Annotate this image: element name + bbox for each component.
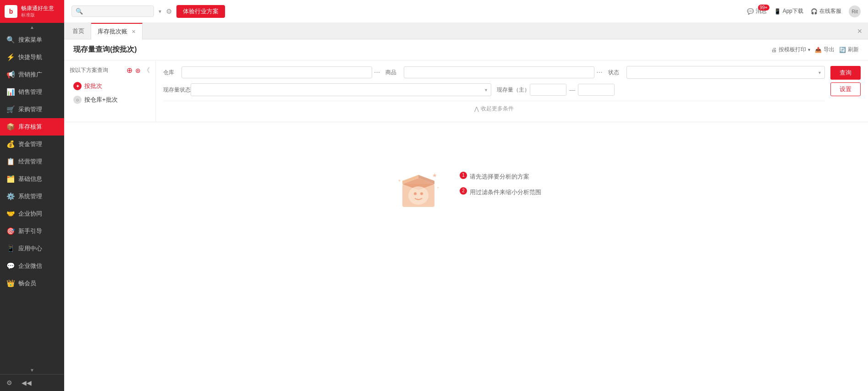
sidebar-item-finance[interactable]: 💰 资金管理 <box>0 136 64 153</box>
app-title-area: 畅康通好生意 标准版 <box>21 5 54 19</box>
step1-text: 请先选择要分析的方案 <box>470 171 529 183</box>
close-tab-area-btn[interactable]: ✕ <box>853 26 866 37</box>
gear-icon: ⚙️ <box>6 192 15 201</box>
collapse-more-label: 收起更多条件 <box>481 105 514 113</box>
app-download-btn[interactable]: 📱 App下载 <box>774 7 803 15</box>
warehouse-dots-btn[interactable]: ··· <box>374 68 380 76</box>
sidebar-footer: ⚙ ◀◀ <box>0 374 64 391</box>
search-chevron-icon[interactable]: ▾ <box>159 8 161 15</box>
stock-qty-min-input[interactable] <box>530 84 566 96</box>
filter-area: 按以下方案查询 ⊕ ⊛ 《 ✦ 按批次 <box>64 60 868 122</box>
tab-batch[interactable]: 库存批次账 ✕ <box>91 23 143 39</box>
phone-download-icon: 📱 <box>774 8 781 15</box>
sidebar-item-quick[interactable]: ⚡ 快捷导航 <box>0 49 64 66</box>
sidebar-item-search[interactable]: 🔍 搜索菜单 <box>0 31 64 49</box>
warehouse-input[interactable] <box>181 66 372 78</box>
empty-svg-illustration: ★ ★ ✦ <box>391 159 446 214</box>
sidebar-item-system[interactable]: ⚙️ 系统管理 <box>0 188 64 205</box>
sidebar-item-basic[interactable]: 🗂️ 基础信息 <box>0 170 64 188</box>
product-input[interactable] <box>404 66 594 78</box>
sidebar-item-label: 搜索菜单 <box>18 36 42 44</box>
topbar-gear-icon[interactable]: ⚙ <box>166 7 172 16</box>
print-chevron-icon: ▾ <box>808 47 810 52</box>
status-select[interactable]: ▾ <box>626 66 825 79</box>
sidebar-item-enterprise[interactable]: 🤝 企业协同 <box>0 205 64 223</box>
topbar-search-input[interactable] <box>85 8 140 15</box>
export-label: 导出 <box>824 46 835 54</box>
export-btn[interactable]: 📤 导出 <box>815 46 835 54</box>
product-field: 商品 ··· <box>385 66 602 78</box>
settings-footer-btn[interactable]: ⚙ <box>6 379 12 386</box>
online-service-btn[interactable]: 🎧 在线客服 <box>811 7 841 15</box>
message-icon: 💬 <box>747 8 754 15</box>
sidebar-item-purchase[interactable]: 🛒 采购管理 <box>0 101 64 118</box>
messages-badge: 99+ <box>758 5 769 11</box>
plan-icon-gray: ○ <box>73 96 82 104</box>
empty-state: ★ ★ ✦ 1 请先选择要分析的方案 2 用过滤条件来缩小分析范围 <box>64 122 868 250</box>
page-header: 现存量查询(按批次) 🖨 按模板打印 ▾ 📤 导出 🔄 刷新 <box>64 39 868 60</box>
svg-text:✦: ✦ <box>437 186 439 189</box>
sidebar-item-vip[interactable]: 👑 畅会员 <box>0 275 64 292</box>
topbar-right: 💬 消息 99+ 📱 App下载 🎧 在线客服 Rit <box>747 5 861 17</box>
topbar: 🔍 ▾ ⚙ 体验行业方案 💬 消息 99+ 📱 App下载 🎧 在线客服 Rit <box>64 0 868 23</box>
plan-icon-symbol2: ○ <box>76 97 79 103</box>
query-btn[interactable]: 查询 <box>830 66 861 80</box>
add-plan-icon[interactable]: ⊕ <box>126 66 132 75</box>
print-label: 按模板打印 <box>779 46 806 54</box>
product-dots-btn[interactable]: ··· <box>596 68 602 76</box>
svg-point-4 <box>408 186 429 205</box>
sidebar-item-inventory[interactable]: 📦 库存核算 <box>0 118 64 136</box>
messages-btn[interactable]: 💬 消息 99+ <box>747 7 767 15</box>
collapse-up-icon: ⋀ <box>474 106 479 112</box>
sidebar-item-newbie[interactable]: 🎯 新手引导 <box>0 223 64 240</box>
sidebar-header: b 畅康通好生意 标准版 <box>0 0 64 23</box>
stock-status-select[interactable]: ▾ <box>191 83 491 96</box>
sidebar-item-wechat[interactable]: 💬 企业微信 <box>0 257 64 275</box>
collapse-more-btn[interactable]: ⋀ 收起更多条件 <box>163 101 825 116</box>
tab-home-label: 首页 <box>72 27 84 35</box>
settings-btn[interactable]: 设置 <box>830 82 861 96</box>
sidebar-item-sales[interactable]: 📊 销售管理 <box>0 83 64 101</box>
sidebar-nav-area: 🔍 搜索菜单 ⚡ 快捷导航 📢 营销推广 📊 销售管理 🛒 采购管理 📦 库存核… <box>0 31 64 366</box>
sidebar-item-label: 企业协同 <box>18 210 42 218</box>
sidebar-item-label: 应用中心 <box>18 244 42 253</box>
refresh-btn[interactable]: 🔄 刷新 <box>839 46 859 54</box>
sidebar-scroll-down[interactable]: ▼ <box>0 366 64 374</box>
money-icon: 💰 <box>6 140 15 148</box>
sidebar-scroll-up[interactable]: ▲ <box>0 23 64 31</box>
megaphone-icon: 📢 <box>6 71 15 79</box>
status-field: 状态 ▾ <box>608 66 825 79</box>
user-menu-btn[interactable]: Rit <box>849 5 861 17</box>
refresh-label: 刷新 <box>848 46 859 54</box>
user-avatar: Rit <box>849 5 861 17</box>
sidebar-item-label: 企业微信 <box>18 262 42 270</box>
print-icon: 🖨 <box>771 47 777 53</box>
sidebar-item-operations[interactable]: 📋 经营管理 <box>0 153 64 170</box>
collapse-filter-sidebar-btn[interactable]: 《 <box>143 66 150 75</box>
sidebar-item-apps[interactable]: 📱 应用中心 <box>0 240 64 257</box>
plan-item-batch[interactable]: ✦ 按批次 <box>70 79 150 93</box>
svg-text:★: ★ <box>432 172 437 179</box>
trial-btn[interactable]: 体验行业方案 <box>176 5 225 18</box>
tabs-bar: 首页 库存批次账 ✕ ✕ <box>64 23 868 39</box>
topbar-search-box[interactable]: 🔍 <box>71 5 154 17</box>
collapse-sidebar-btn[interactable]: ◀◀ <box>22 379 32 386</box>
plan-label-warehouse-batch: 按仓库+批次 <box>84 96 118 104</box>
tab-home[interactable]: 首页 <box>66 23 91 39</box>
app-logo: b <box>5 5 17 18</box>
box-icon: 📦 <box>6 123 15 131</box>
print-btn[interactable]: 🖨 按模板打印 ▾ <box>771 46 810 54</box>
sidebar-item-label: 资金管理 <box>18 140 42 148</box>
plan-settings-icon[interactable]: ⊛ <box>135 67 141 74</box>
sidebar-item-marketing[interactable]: 📢 营销推广 <box>0 66 64 83</box>
search-icon: 🔍 <box>6 36 15 44</box>
stock-qty-max-input[interactable] <box>578 84 615 96</box>
tab-close-btn[interactable]: ✕ <box>132 29 136 34</box>
plan-item-warehouse-batch[interactable]: ○ 按仓库+批次 <box>70 93 150 107</box>
empty-illustration: ★ ★ ✦ <box>391 159 446 214</box>
crown-icon: 👑 <box>6 279 15 288</box>
stock-status-arrow-icon: ▾ <box>485 87 487 92</box>
page-content: 现存量查询(按批次) 🖨 按模板打印 ▾ 📤 导出 🔄 刷新 <box>64 39 868 391</box>
main-area: 🔍 ▾ ⚙ 体验行业方案 💬 消息 99+ 📱 App下载 🎧 在线客服 Rit <box>64 0 868 391</box>
filter-row-1: 仓库 ··· 商品 ··· 状态 <box>163 66 825 79</box>
